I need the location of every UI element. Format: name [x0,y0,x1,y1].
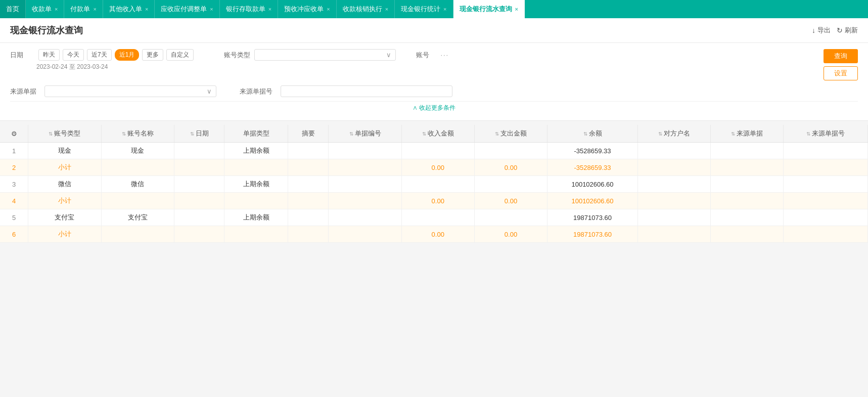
column-source-doc-no[interactable]: ⇅来源单据号 [784,125,868,143]
cell-doc-type [224,159,288,176]
nav-tab-other-income[interactable]: 其他收入单 × [103,0,155,18]
cell-doc-type [224,193,288,209]
account-type-select[interactable]: ∨ [254,49,396,61]
close-icon[interactable]: × [443,6,446,12]
column-income[interactable]: ⇅收入金额 [401,125,474,143]
cell-income: 0.00 [401,159,474,176]
nav-tab-verification[interactable]: 收款核销执行 × [337,0,395,18]
gear-icon: ⚙ [11,130,17,138]
close-icon[interactable]: × [55,6,58,12]
column-account-name[interactable]: ⇅账号名称 [101,125,174,143]
cell-summary [288,176,329,193]
data-table-wrapper: ⚙ ⇅账号类型 ⇅账号名称 ⇅日期 单据类型 摘要 ⇅单据编号 ⇅收入金额 [0,125,868,243]
cell-summary [288,143,329,159]
cell-account-type: 小计 [28,159,101,176]
row-number: 1 [0,143,28,159]
query-button[interactable]: 查询 [824,49,858,63]
cell-date [174,176,224,193]
nav-tab-bank-deposit[interactable]: 银行存取款单 × [220,0,278,18]
sort-icon: ⇅ [49,131,53,137]
top-navigation: 首页 收款单 × 付款单 × 其他收入单 × 应收应付调整单 × 银行存取款单 … [0,0,868,18]
date-label: 日期 [10,51,30,60]
nav-tab-payments[interactable]: 付款单 × [64,0,103,18]
close-icon[interactable]: × [93,6,96,12]
cell-expense: 0.00 [474,193,547,209]
table-header-row: ⚙ ⇅账号类型 ⇅账号名称 ⇅日期 单据类型 摘要 ⇅单据编号 ⇅收入金额 [0,125,868,143]
source-doc-select[interactable]: ∨ [44,85,216,97]
close-icon[interactable]: × [145,6,148,12]
cell-balance: 19871073.60 [547,226,638,243]
date-btn-today[interactable]: 今天 [63,49,84,61]
sort-icon: ⇅ [583,131,587,137]
date-btn-1month[interactable]: 近1月 [115,49,140,61]
account-type-label: 账号类型 [224,51,250,60]
table-row: 3 微信 微信 上期余额 100102606.60 [0,176,868,193]
table-row: 1 现金 现金 上期余额 -3528659.33 [0,143,868,159]
column-account-type[interactable]: ⇅账号类型 [28,125,101,143]
source-doc-no-input[interactable] [281,85,452,97]
cell-source-doc-no [784,193,868,209]
table-row: 2 小计 0.00 0.00 -3528659.33 [0,159,868,176]
setting-button[interactable]: 设置 [824,66,858,80]
cell-expense: 0.00 [474,159,547,176]
cell-doc-no [329,143,401,159]
collapse-up-icon: ∧ [413,104,418,111]
cell-expense [474,143,547,159]
sort-icon: ⇅ [190,131,194,137]
nav-tab-receipts[interactable]: 收款单 × [26,0,64,18]
column-doc-no[interactable]: ⇅单据编号 [329,125,401,143]
date-btn-custom[interactable]: 自定义 [166,49,194,61]
cell-expense [474,209,547,226]
row-number: 6 [0,226,28,243]
close-icon[interactable]: × [515,6,518,12]
row-number: 4 [0,193,28,209]
cell-summary [288,209,329,226]
date-btn-yesterday[interactable]: 昨天 [38,49,60,61]
cell-account-name: 现金 [101,143,174,159]
nav-tab-home[interactable]: 首页 [0,0,26,18]
cell-account-type: 小计 [28,193,101,209]
cell-source-doc-no [784,209,868,226]
nav-tab-cash-stats[interactable]: 现金银行统计 × [395,0,453,18]
cell-account-type: 现金 [28,143,101,159]
cell-source-doc [711,193,784,209]
collapse-bar[interactable]: ∧ 收起更多条件 [10,101,858,114]
close-icon[interactable]: × [210,6,213,12]
table-row: 6 小计 0.00 0.00 19871073.60 [0,226,868,243]
cell-balance: 100102606.60 [547,176,638,193]
table-row: 5 支付宝 支付宝 上期余额 19871073.60 [0,209,868,226]
cell-date [174,159,224,176]
cell-source-doc [711,226,784,243]
action-buttons: 查询 设置 [824,49,858,80]
cell-balance: 100102606.60 [547,193,638,209]
cell-source-doc [711,209,784,226]
column-date[interactable]: ⇅日期 [174,125,224,143]
cell-income [401,143,474,159]
cell-account-name [101,193,174,209]
close-icon[interactable]: × [268,6,271,12]
export-icon: ↓ [812,26,815,34]
chevron-down-icon: ∨ [386,51,391,59]
chevron-down-icon: ∨ [207,87,212,95]
close-icon[interactable]: × [327,6,330,12]
cell-summary [288,159,329,176]
column-balance[interactable]: ⇅余额 [547,125,638,143]
close-icon[interactable]: × [385,6,388,12]
column-expense[interactable]: ⇅支出金额 [474,125,547,143]
cell-summary [288,193,329,209]
nav-tab-advance[interactable]: 预收冲应收单 × [278,0,336,18]
export-button[interactable]: ↓ 导出 [812,26,831,35]
date-btn-7days[interactable]: 近7天 [87,49,112,61]
nav-tab-cash-flow[interactable]: 现金银行流水查询 × [453,0,525,18]
cell-counterpart [637,209,710,226]
cell-source-doc-no [784,143,868,159]
column-gear[interactable]: ⚙ [0,125,28,143]
column-counterpart[interactable]: ⇅对方户名 [637,125,710,143]
refresh-button[interactable]: ↻ 刷新 [837,26,858,35]
column-source-doc[interactable]: ⇅来源单据 [711,125,784,143]
sort-icon: ⇅ [349,131,353,137]
date-btn-more[interactable]: 更多 [142,49,163,61]
cell-summary [288,226,329,243]
nav-tab-adjustment[interactable]: 应收应付调整单 × [155,0,219,18]
cell-source-doc-no [784,176,868,193]
